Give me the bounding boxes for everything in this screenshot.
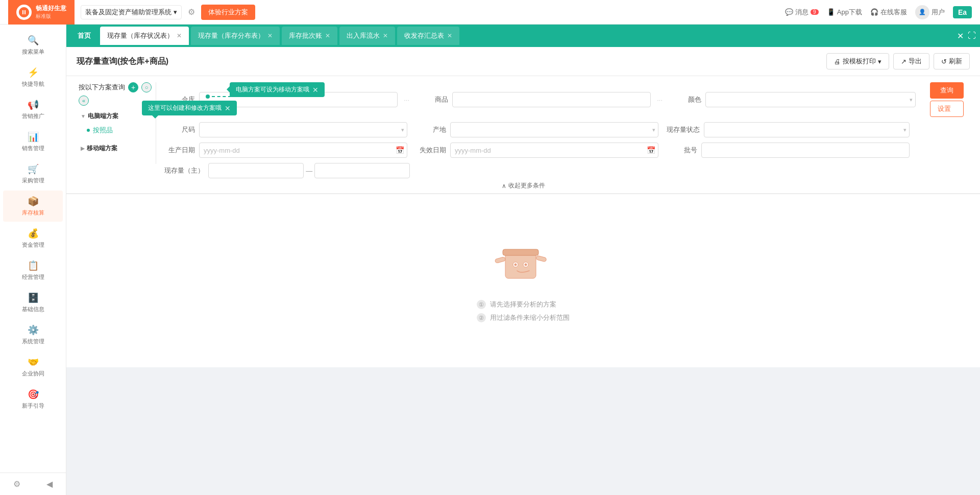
refresh-icon: ↺: [941, 58, 947, 65]
chevron-down-icon: ▾: [878, 58, 881, 65]
search-btn[interactable]: 查询: [930, 82, 964, 99]
user-profile-btn[interactable]: 👤 用户: [915, 5, 945, 19]
goods-label: 商品: [418, 95, 448, 104]
back-scheme-btn[interactable]: «: [79, 96, 89, 106]
tab-close-icon-2[interactable]: ✕: [267, 32, 273, 39]
goods-dots[interactable]: ···: [657, 96, 663, 104]
sales-icon: 📊: [28, 131, 39, 143]
tab-flow-label: 出入库流水: [347, 31, 380, 40]
tab-close-icon[interactable]: ✕: [177, 32, 182, 39]
tab-inventory-dist-label: 现存量（库存分布表）: [198, 31, 264, 40]
app-name: 畅通好生意: [36, 4, 66, 13]
sidebar-item-marketing[interactable]: 📢 营销推广: [3, 94, 63, 125]
app-download-label: App下载: [837, 8, 862, 17]
svg-point-5: [525, 264, 527, 266]
tab-summary[interactable]: 收发存汇总表 ✕: [397, 27, 459, 45]
step-1-text: 请先选择要分析的方案: [490, 300, 556, 309]
refresh-btn[interactable]: ↺ 刷新: [934, 53, 970, 69]
svg-rect-0: [505, 253, 536, 278]
scheme-entry-pc[interactable]: 按照品: [79, 123, 152, 138]
tab-inventory-dist[interactable]: 现存量（库存分布表） ✕: [191, 27, 280, 45]
tab-close-icon-4[interactable]: ✕: [383, 32, 388, 39]
sidebar-item-purchase[interactable]: 🛒 采购管理: [3, 158, 63, 190]
settings-icon[interactable]: ⚙: [188, 7, 195, 17]
step-2-num: ②: [477, 313, 486, 322]
origin-select[interactable]: [450, 122, 658, 137]
tab-close-icon-3[interactable]: ✕: [325, 32, 330, 39]
sidebar-settings-icon[interactable]: ⚙: [13, 479, 20, 489]
tooltip-2-close[interactable]: ✕: [225, 104, 231, 112]
expiry-date-cal-icon[interactable]: 📅: [647, 146, 655, 154]
inventory-icon: 📦: [28, 196, 39, 207]
tab-summary-label: 收发存汇总表: [404, 31, 444, 40]
export-btn[interactable]: ↗ 导出: [893, 53, 929, 69]
experience-btn[interactable]: 体验行业方案: [201, 5, 255, 20]
user-name: 用户: [932, 8, 945, 17]
stock-amount-max[interactable]: [314, 163, 410, 178]
tab-minimize-icon[interactable]: ✕: [957, 31, 964, 41]
svg-point-4: [514, 264, 517, 266]
tab-flow[interactable]: 出入库流水 ✕: [339, 27, 395, 45]
origin-label: 产地: [415, 125, 446, 134]
tooltip-connector-1: [206, 96, 231, 98]
color-label: 颜色: [671, 95, 701, 104]
tab-inventory-status[interactable]: 现存量（库存状况表） ✕: [100, 27, 189, 45]
online-support-btn[interactable]: 🎧 在线客服: [870, 8, 907, 17]
filter-label: 按以下方案查询: [79, 83, 125, 92]
sidebar-item-inventory[interactable]: 📦 库存核算: [3, 191, 63, 222]
sidebar-item-operations[interactable]: 📋 经营管理: [3, 255, 63, 286]
pc-scheme-section[interactable]: ▼ 电脑端方案: [79, 110, 152, 123]
app-download-btn[interactable]: 📱 App下载: [827, 8, 862, 17]
search-icon: 🔍: [28, 35, 39, 46]
warehouse-dots[interactable]: ···: [404, 96, 409, 104]
expiry-date-input[interactable]: [450, 143, 658, 158]
sidebar-item-sales[interactable]: 📊 销售管理: [3, 126, 63, 157]
collapse-btn[interactable]: ∧ 收起更多条件: [66, 178, 980, 194]
size-label: 尺码: [164, 125, 195, 134]
prod-date-cal-icon[interactable]: 📅: [396, 146, 404, 154]
sidebar-item-quicknav[interactable]: ⚡ 快捷导航: [3, 62, 63, 93]
avatar: 👤: [915, 5, 929, 19]
tab-maximize-icon[interactable]: ⛶: [968, 31, 976, 41]
tab-home[interactable]: 首页: [70, 27, 98, 45]
basic-icon: 🗄️: [28, 292, 39, 303]
add-scheme-btn[interactable]: +: [128, 82, 138, 92]
scheme-active-dot: [87, 129, 90, 132]
batch-no-label: 批号: [667, 146, 697, 155]
sidebar-item-guide[interactable]: 🎯 新手引导: [3, 384, 63, 415]
messages-btn[interactable]: 💬 消息 9: [785, 8, 819, 17]
collapse-arrow-icon: ▼: [81, 113, 86, 119]
phone-icon: 📱: [827, 8, 835, 16]
sidebar-item-search[interactable]: 🔍 搜索菜单: [3, 30, 63, 61]
scheme-entry-label: 按照品: [93, 126, 113, 135]
batch-no-input[interactable]: [701, 143, 910, 158]
messages-badge: 9: [811, 9, 819, 15]
tooltip-1-close[interactable]: ✕: [312, 86, 318, 94]
tab-close-icon-5[interactable]: ✕: [447, 32, 452, 39]
svg-rect-7: [536, 255, 547, 262]
collapse-up-icon: ∧: [502, 182, 506, 190]
system-name: 装备及固定资产辅助管理系统: [85, 8, 172, 17]
sidebar-item-assets[interactable]: 💰 资金管理: [3, 223, 63, 254]
export-icon: ↗: [901, 58, 906, 65]
stock-amount-min[interactable]: [208, 163, 304, 178]
system-selector[interactable]: 装备及固定资产辅助管理系统 ▾: [81, 5, 182, 19]
size-select[interactable]: [199, 122, 407, 137]
color-select[interactable]: [705, 92, 916, 107]
sidebar-item-basic[interactable]: 🗄️ 基础信息: [3, 287, 63, 318]
sidebar-collapse-icon[interactable]: ◀: [46, 479, 53, 489]
setting-btn[interactable]: 设置: [930, 101, 964, 117]
sidebar-item-enterprise[interactable]: 🤝 企业协同: [3, 351, 63, 383]
tab-batch[interactable]: 库存批次账 ✕: [282, 27, 337, 45]
prod-date-label: 生产日期: [164, 146, 195, 155]
goods-input[interactable]: [452, 92, 651, 107]
printer-icon: 🖨: [834, 58, 841, 65]
empty-steps: ① 请先选择要分析的方案 ② 用过滤条件来缩小分析范围: [477, 300, 570, 326]
edit-scheme-btn[interactable]: ○: [141, 82, 152, 92]
mobile-scheme-section[interactable]: ▶ 移动端方案: [79, 142, 152, 155]
stock-status-select[interactable]: [704, 122, 910, 137]
prod-date-input[interactable]: [199, 143, 407, 158]
sidebar-item-system[interactable]: ⚙️ 系统管理: [3, 319, 63, 350]
guide-icon: 🎯: [28, 389, 39, 400]
print-btn[interactable]: 🖨 按模板打印 ▾: [826, 53, 889, 69]
